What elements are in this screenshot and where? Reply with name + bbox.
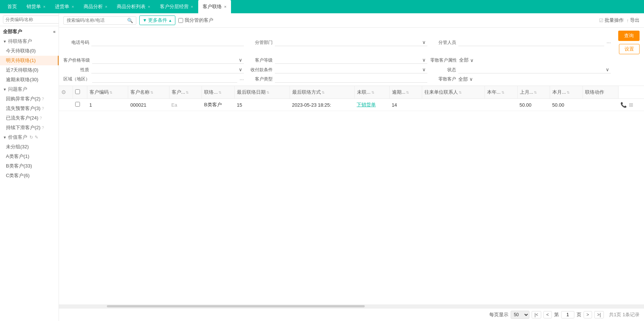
manager-input[interactable] xyxy=(458,39,604,46)
sidebar-item-7days[interactable]: 近7天待联络(0) xyxy=(0,65,59,75)
close-icon[interactable]: × xyxy=(148,4,150,9)
table-header-row: ⚙ 客户编码 ⇅ 客户名称 xyxy=(59,86,644,99)
sort-icon[interactable]: ⇅ xyxy=(218,90,221,94)
table-area: ⚙ 客户编码 ⇅ 客户名称 xyxy=(59,86,644,304)
filter-row-3: 性质 ∨ 收付款条件 ∨ 状态 xyxy=(63,66,640,73)
sidebar-item-ungrouped[interactable]: 未分组(32) xyxy=(0,142,59,152)
page-input[interactable] xyxy=(561,311,574,318)
col-code: 客户编码 ⇅ xyxy=(87,86,128,99)
sort-icon[interactable]: ⇅ xyxy=(186,90,189,94)
sort-icon[interactable]: ⇅ xyxy=(322,90,325,94)
sort-icon[interactable]: ⇅ xyxy=(567,90,570,94)
chevron-up-icon: ▲ xyxy=(168,18,172,23)
col-last-date: 最后联络日期 ⇅ xyxy=(235,86,290,99)
action-grid-icon[interactable]: ⊞ xyxy=(629,102,633,108)
phone-input[interactable] xyxy=(91,39,244,46)
nav-customer-contact[interactable]: 客户联络 × xyxy=(198,0,231,13)
payment-select[interactable]: ∨ xyxy=(275,66,427,73)
close-icon[interactable]: × xyxy=(191,4,193,9)
filter-cell-manager: 分管人员 ··· xyxy=(430,39,611,46)
sidebar-search-input[interactable] xyxy=(3,15,59,24)
sidebar-item-overdue[interactable]: 逾期未联络(30) xyxy=(0,75,59,84)
my-customers-checkbox[interactable] xyxy=(178,18,183,23)
batch-operation-btn[interactable]: ☑ 批量操作 xyxy=(599,17,624,24)
region-input[interactable] xyxy=(92,76,237,83)
edit-icon[interactable]: ✎ xyxy=(35,135,38,140)
sort-icon[interactable]: ⇅ xyxy=(371,90,374,94)
collapse-icon[interactable]: « xyxy=(53,29,56,34)
dept-select[interactable]: ∨ xyxy=(275,39,427,46)
more-conditions-btn[interactable]: ▼ 更多条件 ▲ xyxy=(139,15,175,25)
chevron-down-icon: ∨ xyxy=(422,39,426,45)
nav-home[interactable]: 首页 xyxy=(3,0,21,13)
all-customers-header: 全部客户 « xyxy=(0,26,59,37)
sidebar-item-churned[interactable]: 已流失客户(24) ? xyxy=(0,113,59,123)
sidebar-item-b-class[interactable]: B类客户(33) xyxy=(0,161,59,171)
customer-grade-select[interactable]: ∨ xyxy=(275,56,427,64)
sidebar-item-tomorrow[interactable]: 明天待联络(1) xyxy=(0,56,59,65)
col-this-year: 本年... ⇅ xyxy=(484,86,517,99)
search-input[interactable] xyxy=(67,18,126,23)
last-method-link[interactable]: 下销货单 xyxy=(357,102,376,107)
chevron-down-icon[interactable]: ∨ xyxy=(469,76,473,82)
refresh-icon[interactable]: ↻ xyxy=(29,135,33,140)
customer-table: ⚙ 客户编码 ⇅ 客户名称 xyxy=(59,86,644,111)
nature-select[interactable]: ∨ xyxy=(91,66,244,73)
dots-icon[interactable]: ··· xyxy=(606,39,611,45)
status-select[interactable]: ∨ xyxy=(458,66,611,73)
set-button[interactable]: 设置 xyxy=(619,44,640,54)
sort-icon[interactable]: ⇅ xyxy=(501,90,504,94)
query-button[interactable]: 查询 xyxy=(618,31,640,41)
last-page-btn[interactable]: >| xyxy=(594,311,604,318)
row-type: B类客户 xyxy=(202,99,235,111)
sort-icon[interactable]: ⇅ xyxy=(266,90,269,94)
select-all-checkbox[interactable] xyxy=(75,89,80,94)
search-icon[interactable]: 🔍 xyxy=(127,18,133,23)
chevron-down-icon[interactable]: ∨ xyxy=(470,58,474,63)
col-not-contacted: 未联... ⇅ xyxy=(354,86,389,99)
first-page-btn[interactable]: |< xyxy=(532,311,541,318)
sidebar-item-today[interactable]: 今天待联络(0) xyxy=(0,46,59,56)
dots-icon[interactable]: ··· xyxy=(239,76,244,82)
gear-icon[interactable]: ⚙ xyxy=(61,89,66,95)
sidebar-item-a-class[interactable]: A类客户(1) xyxy=(0,152,59,161)
group-problem-label[interactable]: ▼ 问题客户 xyxy=(0,84,59,94)
arrow-icon: ▼ xyxy=(3,135,7,139)
sort-icon[interactable]: ⇅ xyxy=(150,90,153,94)
page-size-select[interactable]: 50 20 100 xyxy=(511,311,529,319)
filter-row-4: 区域（地区） ··· 客户类型 零散客户 全部 ∨ xyxy=(63,76,640,83)
close-icon[interactable]: × xyxy=(43,4,45,9)
price-grade-select[interactable]: ∨ xyxy=(92,56,244,64)
sidebar-item-repurchase-anomaly[interactable]: 回购异常客户(2) ? xyxy=(0,94,59,104)
sort-icon[interactable]: ⇅ xyxy=(109,90,112,94)
group-value-label[interactable]: ▼ 价值客户 ↻ ✎ xyxy=(0,132,59,142)
export-btn[interactable]: ↑ 导出 xyxy=(627,17,640,24)
filter-row-1: 电话号码 分管部门 ∨ 分管人员 ··· 查询 设置 xyxy=(63,31,640,54)
scrollbar-thumb[interactable] xyxy=(107,305,365,307)
nav-sales[interactable]: 销货单 × xyxy=(22,0,50,13)
sidebar-item-declining[interactable]: 持续下滑客户(2) ? xyxy=(0,123,59,132)
filter-panel: 电话号码 分管部门 ∨ 分管人员 ··· 查询 设置 xyxy=(59,28,644,86)
sort-icon[interactable]: ⇅ xyxy=(406,90,409,94)
nav-product-analysis-list[interactable]: 商品分析列表 × xyxy=(112,0,154,13)
sidebar-item-c-class[interactable]: C类客户(6) xyxy=(0,171,59,180)
close-icon[interactable]: × xyxy=(105,4,107,9)
next-page-btn[interactable]: > xyxy=(584,311,592,318)
close-icon[interactable]: × xyxy=(224,4,226,9)
prev-page-btn[interactable]: < xyxy=(543,311,552,318)
top-nav: 首页 销货单 × 进货单 × 商品分析 × 商品分析列表 × 客户分层经营 × … xyxy=(0,0,644,13)
sort-icon[interactable]: ⇅ xyxy=(459,90,462,94)
nav-product-analysis[interactable]: 商品分析 × xyxy=(79,0,112,13)
row-select-checkbox[interactable] xyxy=(75,102,80,107)
sidebar-item-churn-warning[interactable]: 流失预警客户(3) ? xyxy=(0,104,59,113)
chevron-down-icon: ∨ xyxy=(239,67,242,72)
filter-cell-price-grade: 客户价格等级 ∨ xyxy=(63,56,244,64)
nav-customer-tier[interactable]: 客户分层经营 × xyxy=(155,0,197,13)
close-icon[interactable]: × xyxy=(71,4,74,9)
action-phone-icon[interactable]: 📞 xyxy=(620,102,627,108)
chevron-down-icon: ∨ xyxy=(239,57,242,63)
sort-icon[interactable]: ⇅ xyxy=(534,90,537,94)
group-pending-label[interactable]: ▼ 待联络客户 xyxy=(0,37,59,46)
customer-type-input[interactable] xyxy=(275,76,427,83)
nav-purchase[interactable]: 进货单 × xyxy=(50,0,78,13)
